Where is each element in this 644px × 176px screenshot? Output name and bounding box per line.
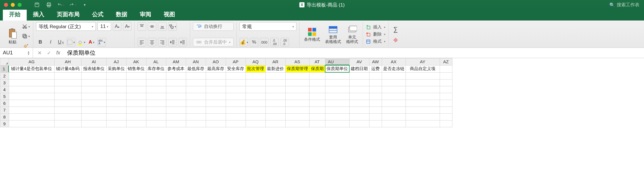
clear-button[interactable] bbox=[391, 35, 400, 44]
cell-AX4[interactable] bbox=[382, 86, 406, 93]
cell-AU7[interactable] bbox=[325, 107, 349, 113]
cell-AU4[interactable] bbox=[325, 86, 349, 93]
zoom-window-button[interactable] bbox=[18, 3, 22, 7]
cell-AP9[interactable] bbox=[226, 120, 246, 127]
cell-AH1[interactable]: 辅计量4条码 bbox=[54, 65, 81, 72]
cell-AG2[interactable] bbox=[9, 72, 54, 79]
cell-AX2[interactable] bbox=[382, 72, 406, 79]
cell-AY3[interactable] bbox=[406, 79, 440, 86]
cell-AW9[interactable] bbox=[369, 120, 382, 127]
align-bottom-button[interactable] bbox=[158, 22, 167, 31]
cell-AV9[interactable] bbox=[349, 120, 369, 127]
cell-AK3[interactable] bbox=[126, 79, 146, 86]
cell-AX8[interactable] bbox=[382, 113, 406, 120]
row-header-5[interactable]: 5 bbox=[0, 93, 9, 100]
cell-AI8[interactable] bbox=[81, 113, 106, 120]
row-header-8[interactable]: 8 bbox=[0, 113, 9, 120]
cell-AK5[interactable] bbox=[126, 93, 146, 100]
cell-AL7[interactable] bbox=[146, 107, 166, 113]
cut-button[interactable] bbox=[22, 22, 30, 31]
cell-AN8[interactable] bbox=[186, 113, 206, 120]
save-icon[interactable] bbox=[34, 1, 40, 8]
col-header-AI[interactable]: AI bbox=[81, 58, 106, 66]
tab-公式[interactable]: 公式 bbox=[86, 8, 110, 21]
cell-AK1[interactable]: 销售单位 bbox=[126, 65, 146, 72]
cell-AL1[interactable]: 库存单位 bbox=[146, 65, 166, 72]
cell-AS4[interactable] bbox=[285, 86, 309, 93]
italic-button[interactable]: I bbox=[46, 38, 55, 46]
col-header-AM[interactable]: AM bbox=[166, 58, 186, 66]
cell-AN1[interactable]: 最低库存 bbox=[186, 65, 206, 72]
cell-AY9[interactable] bbox=[406, 120, 440, 127]
cell-AZ8[interactable] bbox=[440, 113, 452, 120]
decrease-decimal-button[interactable]: .00.0 bbox=[281, 38, 289, 46]
formula-input[interactable] bbox=[65, 50, 644, 56]
fx-button[interactable]: fx bbox=[56, 50, 60, 56]
name-box[interactable]: AU1 ▲▼ bbox=[0, 48, 33, 58]
cell-AY6[interactable] bbox=[406, 100, 440, 107]
cell-AQ7[interactable] bbox=[246, 107, 265, 113]
cell-AM3[interactable] bbox=[166, 79, 186, 86]
col-header-AG[interactable]: AG bbox=[9, 58, 54, 66]
cell-AT3[interactable] bbox=[309, 79, 325, 86]
col-header-AZ[interactable]: AZ bbox=[440, 58, 452, 66]
col-header-AX[interactable]: AX bbox=[382, 58, 406, 66]
cell-AH8[interactable] bbox=[54, 113, 81, 120]
cell-AS6[interactable] bbox=[285, 100, 309, 107]
col-header-AQ[interactable]: AQ bbox=[246, 58, 265, 66]
cell-AR5[interactable] bbox=[265, 93, 285, 100]
delete-cells-button[interactable]: 删除▾ bbox=[366, 32, 385, 37]
cell-AR1[interactable]: 最新进价 bbox=[265, 65, 285, 72]
cell-AW7[interactable] bbox=[369, 107, 382, 113]
font-size-selector[interactable]: 11▾ bbox=[97, 22, 111, 31]
cell-AO8[interactable] bbox=[206, 113, 226, 120]
cell-AL2[interactable] bbox=[146, 72, 166, 79]
col-header-AV[interactable]: AV bbox=[349, 58, 369, 66]
col-header-AO[interactable]: AO bbox=[206, 58, 226, 66]
cell-AS1[interactable]: 保质期管理 bbox=[285, 65, 309, 72]
cell-AP1[interactable]: 安全库存 bbox=[226, 65, 246, 72]
cell-AP3[interactable] bbox=[226, 79, 246, 86]
cell-AK7[interactable] bbox=[126, 107, 146, 113]
cell-AZ4[interactable] bbox=[440, 86, 452, 93]
minimize-window-button[interactable] bbox=[11, 3, 15, 7]
cell-AJ5[interactable] bbox=[106, 93, 126, 100]
cell-AT6[interactable] bbox=[309, 100, 325, 107]
cell-AT7[interactable] bbox=[309, 107, 325, 113]
cell-AJ3[interactable] bbox=[106, 79, 126, 86]
cell-AJ1[interactable]: 采购单位 bbox=[106, 65, 126, 72]
cell-AK8[interactable] bbox=[126, 113, 146, 120]
font-color-button[interactable]: A bbox=[87, 38, 96, 46]
col-header-AK[interactable]: AK bbox=[126, 58, 146, 66]
cell-AU1[interactable]: 保质期单位 bbox=[325, 65, 349, 72]
cell-AP4[interactable] bbox=[226, 86, 246, 93]
cell-AZ5[interactable] bbox=[440, 93, 452, 100]
cell-AV4[interactable] bbox=[349, 86, 369, 93]
cell-AO4[interactable] bbox=[206, 86, 226, 93]
cell-AS8[interactable] bbox=[285, 113, 309, 120]
cell-AH6[interactable] bbox=[54, 100, 81, 107]
cell-AM2[interactable] bbox=[166, 72, 186, 79]
autosum-button[interactable]: ∑ bbox=[391, 25, 400, 34]
increase-indent-button[interactable] bbox=[178, 38, 187, 46]
cell-AU8[interactable] bbox=[325, 113, 349, 120]
row-header-7[interactable]: 7 bbox=[0, 107, 9, 113]
col-header-AH[interactable]: AH bbox=[54, 58, 81, 66]
underline-button[interactable]: U bbox=[57, 38, 65, 46]
cell-AN2[interactable] bbox=[186, 72, 206, 79]
cell-AW4[interactable] bbox=[369, 86, 382, 93]
cell-AN6[interactable] bbox=[186, 100, 206, 107]
currency-button[interactable]: 💰 bbox=[240, 38, 248, 46]
cell-AX6[interactable] bbox=[382, 100, 406, 107]
cell-AX1[interactable]: 是否走冻链 bbox=[382, 65, 406, 72]
col-header-AR[interactable]: AR bbox=[265, 58, 285, 66]
table-style-button[interactable]: 套用 表格格式 bbox=[323, 24, 343, 44]
align-center-button[interactable] bbox=[148, 38, 156, 46]
cell-AP5[interactable] bbox=[226, 93, 246, 100]
cell-AG6[interactable] bbox=[9, 100, 54, 107]
row-header-4[interactable]: 4 bbox=[0, 86, 9, 93]
row-header-9[interactable]: 9 bbox=[0, 120, 9, 127]
cell-AS5[interactable] bbox=[285, 93, 309, 100]
cell-AR4[interactable] bbox=[265, 86, 285, 93]
spreadsheet-grid[interactable]: AGAHAIAJAKALAMANAOAPAQARASATAUAVAWAXAYAZ… bbox=[0, 58, 644, 127]
